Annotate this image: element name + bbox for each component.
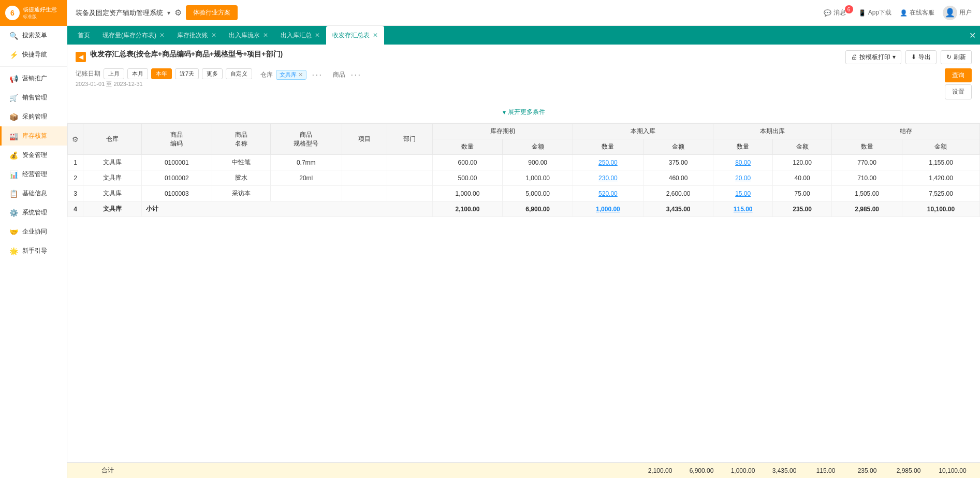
sidebar-item-finance[interactable]: 💰 资金管理 (0, 146, 67, 165)
logo-icon: 6 (5, 6, 20, 20)
settings-button[interactable]: 设置 (945, 84, 972, 99)
subtotal-out-qty[interactable]: 115.00 (713, 201, 772, 217)
tabs-close-all[interactable]: ✕ (969, 31, 976, 40)
print-icon: 🖨 (851, 53, 857, 61)
cell-out-qty[interactable]: 80.00 (713, 155, 772, 170)
subtotal-in-qty[interactable]: 1,000.00 (573, 201, 643, 217)
tab-close-icon[interactable]: ✕ (159, 32, 165, 39)
cell-in-qty[interactable]: 520.00 (573, 186, 643, 201)
sidebar-item-base[interactable]: 📋 基础信息 (0, 184, 67, 203)
refresh-button[interactable]: ↻ 刷新 (941, 50, 972, 64)
th-in-amt: 金额 (643, 139, 713, 155)
sidebar-item-search[interactable]: 🔍 搜索菜单 (0, 26, 67, 45)
lightning-icon: ⚡ (9, 51, 18, 59)
tab-inventory-dist[interactable]: 现存量(库存分布表) ✕ (96, 26, 171, 45)
trial-button[interactable]: 体验行业方案 (186, 5, 238, 20)
online-service-action[interactable]: 👤 在线客服 (900, 8, 934, 17)
footer-label: 合计 (87, 466, 128, 475)
sidebar-item-quick[interactable]: ⚡ 快捷导航 (0, 45, 67, 64)
gear-icon[interactable]: ⚙ (174, 8, 182, 18)
tab-in-out-flow[interactable]: 出入库流水 ✕ (223, 26, 274, 45)
system-icon: ⚙️ (9, 209, 18, 217)
sidebar-item-business[interactable]: 📊 经营管理 (0, 165, 67, 184)
tab-batch-ledger[interactable]: 库存批次账 ✕ (171, 26, 223, 45)
date-this-year[interactable]: 本年 (151, 68, 172, 79)
dropdown-icon[interactable]: ▾ (167, 9, 170, 17)
page-header: ◀ 收发存汇总表(按仓库+商品编码+商品+规格型号+项目+部门) 🖨 按模板打印… (67, 45, 980, 123)
date-label: 记账日期 (76, 69, 100, 78)
date-range: 2023-01-01 至 2023-12-31 (76, 80, 252, 88)
settings-icon[interactable]: ⚙ (72, 135, 79, 143)
tab-receive-summary-label: 收发存汇总表 (332, 31, 370, 40)
tabs-bar: 首页 现存量(库存分布表) ✕ 库存批次账 ✕ 出入库流水 ✕ 出入库汇总 ✕ … (67, 26, 980, 45)
export-button[interactable]: ⬇ 导出 (905, 50, 937, 64)
cell-out-qty[interactable]: 20.00 (713, 170, 772, 186)
subtotal-out-amt: 235.00 (772, 201, 831, 217)
th-balance: 结存 (832, 124, 980, 139)
footer-balance-amt: 10,100.00 (929, 467, 976, 474)
app-download-label: App下载 (868, 8, 891, 17)
cell-no: 2 (68, 170, 83, 186)
search-icon: 🔍 (9, 32, 18, 40)
cell-dept (387, 155, 432, 170)
query-button[interactable]: 查询 (945, 68, 972, 82)
th-settings: ⚙ (68, 124, 83, 155)
footer-out-qty: 115.00 (805, 467, 846, 474)
sidebar-item-system[interactable]: ⚙️ 系统管理 (0, 203, 67, 222)
date-this-month[interactable]: 本月 (127, 68, 148, 79)
date-last-7days[interactable]: 近7天 (175, 68, 199, 79)
th-spec: 商品规格型号 (270, 124, 342, 155)
message-action[interactable]: 💬 6 消息 (824, 8, 850, 17)
sidebar-item-inventory[interactable]: 🏭 库存核算 (0, 126, 67, 146)
cell-opening-qty: 600.00 (432, 155, 503, 170)
tab-home[interactable]: 首页 (71, 26, 96, 45)
sidebar-item-sales[interactable]: 🛒 销售管理 (0, 88, 67, 107)
cell-code: 0100003 (141, 186, 212, 201)
date-more[interactable]: 更多 (202, 68, 223, 79)
date-custom[interactable]: 自定义 (226, 68, 252, 79)
cell-balance-amt: 1,155.00 (902, 155, 979, 170)
refresh-icon: ↻ (946, 53, 952, 61)
tab-close-icon[interactable]: ✕ (315, 32, 320, 39)
cell-in-qty[interactable]: 230.00 (573, 170, 643, 186)
subtotal-label: 小计 (141, 201, 432, 217)
th-warehouse: 仓库 (83, 124, 142, 155)
warehouse-tag: 文具库 ✕ (276, 70, 306, 80)
page-content: ◀ 收发存汇总表(按仓库+商品编码+商品+规格型号+项目+部门) 🖨 按模板打印… (67, 45, 980, 478)
tab-close-active-icon[interactable]: ✕ (373, 32, 378, 39)
cell-project (342, 155, 387, 170)
warehouse-filter: 仓库 文具库 ✕ ··· (260, 69, 325, 80)
sidebar-item-purchase[interactable]: 📦 采购管理 (0, 107, 67, 126)
user-avatar: 👤 (943, 6, 957, 20)
expand-more-button[interactable]: ▾ 展开更多条件 (499, 106, 549, 119)
tab-receive-summary[interactable]: 收发存汇总表 ✕ (326, 26, 384, 45)
cell-opening-amt: 900.00 (503, 155, 573, 170)
cell-in-qty[interactable]: 250.00 (573, 155, 643, 170)
tab-close-icon[interactable]: ✕ (211, 32, 216, 39)
date-last-month[interactable]: 上月 (104, 68, 124, 79)
app-download-action[interactable]: 📱 App下载 (858, 8, 891, 17)
message-icon: 💬 (824, 9, 831, 17)
goods-more-icon[interactable]: ··· (350, 69, 361, 80)
sidebar-item-marketing[interactable]: 📢 营销推广 (0, 69, 67, 88)
warehouse-remove-icon[interactable]: ✕ (298, 71, 303, 78)
cell-out-qty[interactable]: 15.00 (713, 186, 772, 201)
th-opening-qty: 数量 (432, 139, 503, 155)
tab-in-out-summary[interactable]: 出入库汇总 ✕ (274, 26, 326, 45)
cell-dept (387, 186, 432, 201)
collapse-btn[interactable]: ◀ (76, 52, 86, 62)
cell-name: 胶水 (212, 170, 270, 186)
tab-home-label: 首页 (78, 31, 90, 40)
more-icon[interactable]: ··· (312, 69, 323, 80)
sidebar-item-corp[interactable]: 🤝 企业协同 (0, 222, 67, 241)
message-label: 消息 (833, 8, 846, 17)
sidebar-item-label: 快捷导航 (22, 50, 47, 59)
th-opening-amt: 金额 (503, 139, 573, 155)
tab-close-icon[interactable]: ✕ (263, 32, 268, 39)
cell-warehouse: 文具库 (83, 170, 142, 186)
sidebar-item-newbie[interactable]: 🌟 新手引导 (0, 241, 67, 260)
th-dept: 部门 (387, 124, 432, 155)
app-title: 装备及固定资产辅助管理系统 (76, 8, 163, 18)
user-action[interactable]: 👤 用户 (943, 6, 972, 20)
print-button[interactable]: 🖨 按模板打印 ▾ (845, 50, 901, 64)
